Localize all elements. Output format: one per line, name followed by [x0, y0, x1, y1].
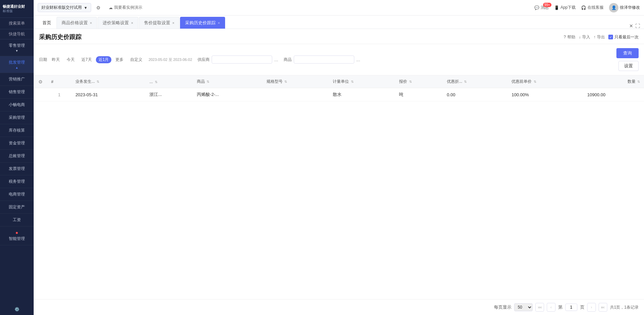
page-title: 采购历史价跟踪 [39, 33, 81, 41]
prev-page-button[interactable]: ‹ [547, 303, 556, 312]
supplier-label: 供应商 [198, 57, 210, 63]
sidebar-item-payroll-label: 工资 [13, 217, 21, 223]
filter-bar: 日期 昨天 今天 近7天 近1月 更多 自定义 2023-05-02 至 202… [34, 44, 644, 75]
tab-home[interactable]: 首页 [38, 17, 56, 29]
export-button[interactable]: ↑ 导出 [594, 34, 605, 40]
date-btn-7days[interactable]: 近7天 [79, 56, 95, 63]
content: 采购历史价跟踪 ? 帮助 ↓ 导入 ↑ 导出 [34, 29, 644, 315]
help-button[interactable]: ? 帮助 [564, 34, 575, 40]
app-download-button[interactable]: 📱 App下载 [554, 5, 576, 10]
row-unit: 散水 [329, 88, 395, 101]
version-selector[interactable]: 好业财标准版交付试用 ▼ [38, 3, 91, 12]
per-page-select[interactable]: 50 100 200 [514, 303, 533, 311]
col-discount-header[interactable]: 优惠折... ⇅ [443, 75, 508, 88]
messages-button[interactable]: 💬 消息 99+ [534, 5, 549, 10]
close-icon[interactable]: × [90, 21, 92, 25]
col-col2-header[interactable]: ... ⇅ [145, 75, 193, 88]
expand-icon[interactable]: ⛶ [635, 23, 640, 29]
close-icon[interactable]: ✕ [629, 23, 633, 29]
next-page-button[interactable]: › [587, 303, 596, 312]
sidebar-item-wholesale-label: 批发管理 [9, 60, 25, 65]
sidebar-item-ai[interactable]: ● 智能管理 [0, 226, 34, 245]
filter-supplier: 供应商 ... [198, 56, 278, 64]
sidebar-item-purchase-label: 采购管理 [9, 115, 25, 120]
date-btn-more[interactable]: 更多 [113, 56, 126, 63]
online-support-button[interactable]: 🎧 在线客服 [581, 5, 604, 10]
export-label: 导出 [597, 34, 605, 40]
gear-icon[interactable]: ⚙ [38, 79, 43, 84]
only-last-checkbox[interactable]: 只看最后一次 [608, 34, 639, 40]
sidebar-item-invoice-label: 发票管理 [9, 166, 25, 172]
sidebar-item-payroll[interactable]: 工资 [0, 214, 34, 226]
sidebar-item-retail[interactable]: 零售管理 ▼ [0, 39, 34, 56]
page-label: 第 [558, 304, 563, 310]
col-spec-header[interactable]: 规格型号 ⇅ [262, 75, 329, 88]
sort-icon: ⇅ [155, 80, 157, 84]
close-icon[interactable]: × [172, 21, 174, 25]
only-last-label: 只看最后一次 [614, 34, 639, 40]
date-btn-1month[interactable]: 近1月 [96, 56, 112, 63]
sidebar-nav[interactable]: 快捷导航 [0, 29, 34, 39]
sidebar-item-purchase[interactable]: 采购管理 [0, 111, 34, 124]
main-area: 好业财标准版交付试用 ▼ ⚙ ☁ 我要看实例演示 💬 消息 99+ 📱 App下… [34, 0, 644, 315]
help-icon: ? [564, 35, 566, 39]
tab-purchase-history[interactable]: 采购历史价跟踪 × [180, 17, 225, 29]
col-unit-header[interactable]: 计量单位 ⇅ [329, 75, 395, 88]
last-page-button[interactable]: ⏭ [599, 303, 607, 312]
sidebar-item-ledger[interactable]: 总账管理 [0, 150, 34, 163]
date-btn-yesterday[interactable]: 昨天 [49, 56, 63, 63]
col-num-header: # [47, 75, 71, 88]
col-qty-header[interactable]: 数量 ⇅ [583, 75, 644, 88]
sidebar-item-settings[interactable]: ⚙️ [0, 304, 34, 315]
tab-purchase-strategy[interactable]: 进价策略设置 × [98, 17, 138, 29]
tab-product-price[interactable]: 商品价格设置 × [57, 17, 97, 29]
col-date-label: 业务发生... [75, 79, 95, 84]
sidebar-logo-text: 畅捷通好业财 [3, 4, 31, 9]
close-icon[interactable]: × [218, 21, 220, 25]
demo-link[interactable]: ☁ 我要看实例演示 [109, 5, 142, 10]
first-page-button[interactable]: ⏮ [535, 303, 544, 312]
sidebar-search[interactable]: 搜索菜单 [0, 18, 34, 29]
product-label: 商品 [284, 57, 292, 63]
col-unit-price-header[interactable]: 优惠前单价 ⇅ [507, 75, 583, 88]
topbar-settings-icon[interactable]: ⚙ [94, 3, 103, 12]
supplier-input[interactable] [212, 56, 272, 64]
col-date-header[interactable]: 业务发生... ⇅ [71, 75, 145, 88]
sidebar-item-ecommerce-small[interactable]: 小畅电商 [0, 99, 34, 111]
row-product: 丙烯酸-2-... [193, 88, 262, 101]
tabbar-right: ✕ ⛶ [629, 23, 640, 29]
settings-button[interactable]: 设置 [618, 61, 639, 71]
sort-icon: ⇅ [534, 80, 536, 83]
sidebar-item-inventory-label: 库存核算 [9, 128, 25, 133]
supplier-dots[interactable]: ... [274, 57, 278, 62]
sidebar-item-assets[interactable]: 固定资产 [0, 201, 34, 214]
sidebar-item-finance[interactable]: 资金管理 [0, 137, 34, 150]
sidebar-item-invoice[interactable]: 发票管理 [0, 163, 34, 175]
sidebar-item-tax-label: 税务管理 [9, 179, 25, 184]
query-button[interactable]: 查询 [616, 48, 639, 58]
col-product-header[interactable]: 商品 ⇅ [193, 75, 262, 88]
sidebar-item-ecommerce[interactable]: 电商管理 [0, 188, 34, 201]
product-input[interactable] [294, 56, 354, 64]
tab-price-extract[interactable]: 售价提取设置 × [139, 17, 179, 29]
user-menu[interactable]: 👤 徐泽华修改 [609, 3, 640, 12]
sidebar-item-tax[interactable]: 税务管理 [0, 175, 34, 188]
sidebar-item-sales[interactable]: 销售管理 [0, 86, 34, 99]
app-download-label: App下载 [561, 5, 576, 10]
page-input[interactable] [565, 304, 577, 311]
col-col2-label: ... [149, 79, 153, 84]
chevron-up-icon: ▲ [15, 66, 19, 69]
sidebar-item-inventory[interactable]: 库存核算 [0, 124, 34, 137]
product-dots[interactable]: ... [356, 57, 360, 62]
close-icon[interactable]: × [131, 21, 133, 25]
import-icon: ↓ [579, 35, 581, 39]
import-button[interactable]: ↓ 导入 [579, 34, 590, 40]
date-btn-custom[interactable]: 自定义 [128, 56, 145, 63]
headset-icon: 🎧 [581, 5, 586, 10]
sidebar-item-wholesale[interactable]: 批发管理 ▲ [0, 56, 34, 73]
total-info: 共1页，1条记录 [610, 305, 639, 310]
messages-badge: 99+ [543, 3, 551, 7]
sidebar-item-marketing[interactable]: 营销推广 [0, 73, 34, 86]
col-price-header[interactable]: 报价 ⇅ [395, 75, 443, 88]
date-btn-today[interactable]: 今天 [64, 56, 77, 63]
